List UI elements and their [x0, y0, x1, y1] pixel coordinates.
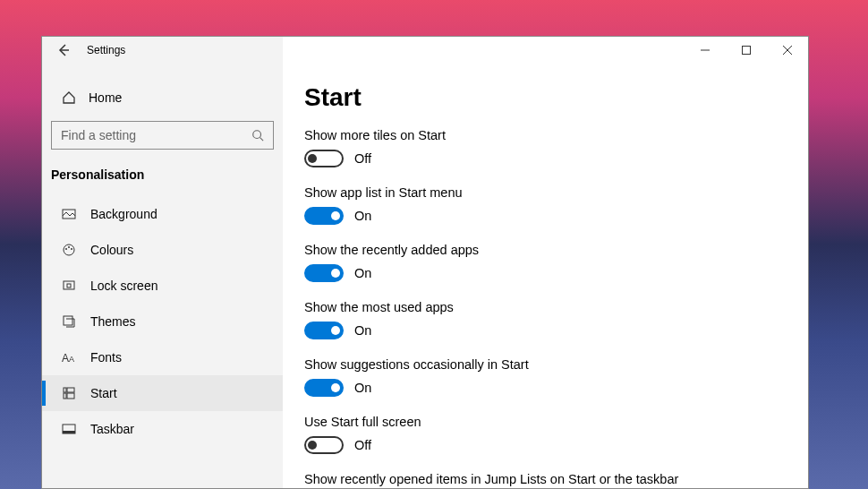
setting-label: Show the most used apps: [304, 300, 787, 314]
setting-label: Use Start full screen: [304, 415, 787, 429]
svg-rect-14: [67, 393, 74, 399]
nav-label: Taskbar: [90, 422, 134, 436]
content: Start Show more tiles on Start Off Show …: [283, 37, 808, 488]
minimize-icon: [701, 46, 710, 55]
maximize-icon: [742, 46, 751, 55]
setting-suggestions: Show suggestions occasionally in Start O…: [304, 357, 787, 397]
maximize-button[interactable]: [726, 37, 767, 64]
sidebar-home[interactable]: Home: [42, 83, 283, 112]
setting-label: Show app list in Start menu: [304, 185, 787, 200]
arrow-left-icon: [56, 43, 71, 57]
svg-text:A: A: [69, 355, 74, 364]
sidebar: Settings Home Personalisation Background…: [42, 37, 283, 488]
setting-label: Show recently opened items in Jump Lists…: [304, 472, 787, 486]
nav-item-background[interactable]: Background: [42, 196, 283, 232]
nav-item-fonts[interactable]: AA Fonts: [42, 339, 283, 375]
nav-label: Colours: [90, 243, 133, 257]
toggle-state: Off: [354, 438, 371, 452]
svg-point-3: [65, 248, 67, 250]
setting-app-list: Show app list in Start menu On: [304, 185, 787, 225]
setting-label: Show suggestions occasionally in Start: [304, 357, 787, 372]
setting-recently-added: Show the recently added apps On: [304, 243, 787, 282]
svg-rect-12: [67, 388, 74, 392]
section-title: Personalisation: [42, 150, 283, 187]
close-icon: [783, 46, 792, 55]
toggle-state: On: [354, 209, 371, 223]
lock-screen-icon: [62, 279, 76, 293]
nav-label: Start: [90, 386, 117, 400]
svg-point-0: [253, 131, 261, 139]
search-box[interactable]: [51, 121, 274, 150]
svg-rect-11: [64, 388, 66, 392]
setting-most-used: Show the most used apps On: [304, 300, 787, 339]
toggle-most-used[interactable]: [304, 322, 344, 339]
svg-rect-13: [64, 393, 66, 399]
search-input[interactable]: [61, 128, 251, 142]
nav-label: Lock screen: [90, 279, 157, 293]
taskbar-icon: [62, 422, 76, 436]
toggle-recently-added[interactable]: [304, 264, 344, 282]
toggle-state: On: [354, 266, 371, 280]
toggle-app-list[interactable]: [304, 207, 344, 225]
minimize-button[interactable]: [685, 37, 726, 64]
window-controls: [685, 37, 808, 64]
svg-rect-16: [63, 431, 75, 433]
setting-full-screen: Use Start full screen Off: [304, 415, 787, 454]
titlebar-left: Settings: [42, 37, 283, 64]
nav-label: Background: [90, 207, 157, 221]
nav-item-taskbar[interactable]: Taskbar: [42, 411, 283, 447]
toggle-suggestions[interactable]: [304, 379, 344, 397]
close-button[interactable]: [767, 37, 808, 64]
themes-icon: [62, 314, 76, 329]
back-button[interactable]: [46, 37, 81, 64]
main-panel: Start Show more tiles on Start Off Show …: [283, 37, 808, 488]
palette-icon: [62, 243, 76, 257]
svg-point-2: [64, 244, 74, 255]
home-icon: [62, 90, 76, 105]
svg-rect-17: [743, 47, 751, 55]
nav-item-colours[interactable]: Colours: [42, 232, 283, 268]
picture-icon: [62, 207, 76, 221]
toggle-full-screen[interactable]: [304, 436, 344, 454]
nav-label: Fonts: [90, 350, 122, 365]
sidebar-home-label: Home: [89, 90, 122, 105]
setting-more-tiles: Show more tiles on Start Off: [304, 128, 787, 167]
svg-point-4: [68, 246, 70, 248]
fonts-icon: AA: [62, 351, 76, 364]
svg-point-5: [71, 248, 72, 250]
window-title: Settings: [87, 44, 125, 56]
svg-text:A: A: [62, 352, 69, 364]
nav-item-start[interactable]: Start: [42, 375, 283, 411]
setting-jump-lists: Show recently opened items in Jump Lists…: [304, 472, 787, 488]
nav-label: Themes: [90, 314, 136, 329]
svg-rect-7: [67, 284, 71, 287]
toggle-state: On: [354, 323, 371, 338]
nav-item-themes[interactable]: Themes: [42, 304, 283, 339]
svg-rect-6: [64, 281, 74, 289]
toggle-state: Off: [354, 151, 371, 166]
start-icon: [62, 386, 76, 400]
page-title: Start: [304, 83, 787, 112]
nav: Background Colours Lock screen Themes AA…: [42, 196, 283, 447]
settings-window: Settings Home Personalisation Background…: [41, 36, 809, 489]
search-icon: [251, 129, 264, 142]
svg-rect-8: [64, 316, 72, 325]
setting-label: Show the recently added apps: [304, 243, 787, 257]
setting-label: Show more tiles on Start: [304, 128, 787, 142]
nav-item-lock-screen[interactable]: Lock screen: [42, 268, 283, 304]
toggle-state: On: [354, 381, 371, 395]
toggle-more-tiles[interactable]: [304, 150, 344, 167]
